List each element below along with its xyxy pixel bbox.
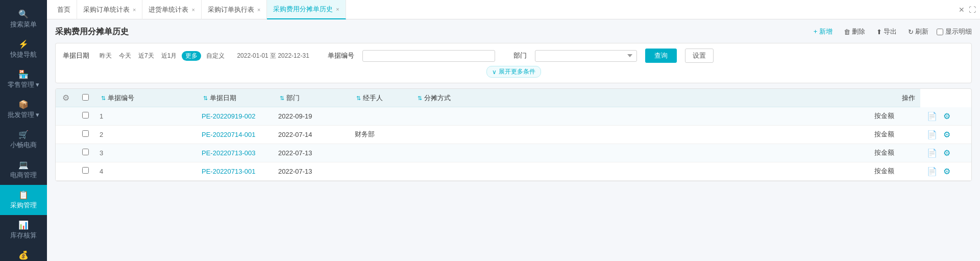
table-row: 4 PE-20220713-001 2022-07-13 按金额 📄 ⚙ bbox=[56, 162, 971, 180]
edit-icon[interactable]: 📄 bbox=[925, 111, 939, 122]
maximize-icon[interactable]: ⛶ bbox=[969, 6, 976, 14]
row-checkbox[interactable] bbox=[82, 112, 89, 118]
chevron-down-icon: ∨ bbox=[492, 68, 497, 76]
more-icon[interactable]: ⚙ bbox=[942, 111, 952, 122]
sidebar-item-零售管理[interactable]: 🏪零售管理 ▾ bbox=[0, 64, 47, 94]
tab-close-icon[interactable]: × bbox=[257, 7, 260, 13]
date-chip-more[interactable]: 更多 bbox=[182, 51, 201, 61]
col-split-header: ⇅ 分摊方式 bbox=[411, 89, 869, 107]
export-button[interactable]: ⬆ 导出 bbox=[873, 26, 900, 38]
sort-icon[interactable]: ⇅ bbox=[101, 95, 106, 101]
sidebar-item-库存核算[interactable]: 📊库存核算 bbox=[0, 215, 47, 245]
more-icon[interactable]: ⚙ bbox=[942, 166, 952, 177]
tab-采购订单统计表[interactable]: 采购订单统计表× bbox=[77, 0, 142, 19]
sidebar-item-采购管理[interactable]: 📋采购管理 bbox=[0, 185, 47, 215]
row-check-cell bbox=[76, 162, 94, 180]
table-settings-icon[interactable]: ⚙ bbox=[62, 93, 69, 102]
table-row: 1 PE-20220919-002 2022-09-19 按金额 📄 ⚙ bbox=[56, 107, 971, 126]
delete-icon: 🗑 bbox=[844, 28, 850, 36]
sidebar-label: 零售管理 ▾ bbox=[8, 81, 40, 88]
docno-label: 单据编号 bbox=[328, 51, 354, 60]
sidebar-item-批发管理[interactable]: 📦批发管理 ▾ bbox=[0, 94, 47, 125]
sort-icon-dept[interactable]: ⇅ bbox=[280, 95, 284, 101]
sort-icon-handler[interactable]: ⇅ bbox=[356, 95, 361, 101]
sidebar-item-资金管理[interactable]: 💰资金管理 bbox=[0, 245, 47, 261]
query-button[interactable]: 查询 bbox=[645, 49, 677, 63]
sidebar-item-快捷导航[interactable]: ⚡快捷导航 bbox=[0, 34, 47, 64]
delete-button[interactable]: 🗑 删除 bbox=[841, 26, 868, 38]
sidebar-label: 采购管理 bbox=[10, 201, 37, 209]
sort-icon-split[interactable]: ⇅ bbox=[418, 95, 422, 101]
edit-icon[interactable]: 📄 bbox=[925, 166, 939, 177]
row-action-cell: 📄 ⚙ bbox=[920, 107, 971, 126]
sidebar-item-搜索菜单[interactable]: 🔍搜索菜单 bbox=[0, 4, 47, 34]
tab-首页[interactable]: 首页 bbox=[51, 0, 77, 19]
col-gear-header: ⚙ bbox=[56, 89, 76, 107]
tab-采购费用分摊单历史[interactable]: 采购费用分摊单历史× bbox=[267, 0, 346, 19]
show-columns-checkbox[interactable]: 显示明细 bbox=[937, 27, 972, 36]
add-button[interactable]: + 新增 bbox=[811, 26, 836, 38]
tab-close-icon[interactable]: × bbox=[336, 6, 339, 12]
row-docno-cell: PE-20220713-001 bbox=[197, 162, 273, 180]
sidebar-item-小畅电商[interactable]: 🛒小畅电商 bbox=[0, 125, 47, 155]
date-chip-today[interactable]: 今天 bbox=[117, 51, 133, 61]
row-action-cell: 📄 ⚙ bbox=[920, 125, 971, 144]
sidebar-icon: ⚡ bbox=[0, 39, 47, 49]
row-dept-cell bbox=[350, 162, 411, 180]
row-checkbox[interactable] bbox=[82, 167, 89, 174]
header-actions: + 新增 🗑 删除 ⬆ 导出 ↻ 刷新 显示明细 bbox=[811, 26, 972, 38]
row-gear-cell bbox=[56, 144, 76, 162]
sidebar-label: 批发管理 ▾ bbox=[8, 111, 40, 118]
close-all-icon[interactable]: ✕ bbox=[959, 6, 965, 14]
sidebar-item-电商管理[interactable]: 💻电商管理 bbox=[0, 155, 47, 185]
sidebar-icon: 📊 bbox=[0, 220, 47, 230]
tab-进货单统计表[interactable]: 进货单统计表× bbox=[142, 0, 201, 19]
row-checkbox[interactable] bbox=[82, 149, 89, 155]
tab-close-icon[interactable]: × bbox=[133, 7, 136, 13]
row-handler-cell bbox=[411, 144, 869, 162]
date-chip-7days[interactable]: 近7天 bbox=[136, 51, 156, 61]
row-dept-cell bbox=[350, 144, 411, 162]
tab-bar: 首页采购订单统计表×进货单统计表×采购订单执行表×采购费用分摊单历史×✕⛶ bbox=[47, 0, 980, 19]
date-range-text: 2022-01-01 至 2022-12-31 bbox=[237, 52, 309, 60]
date-chip-1month[interactable]: 近1月 bbox=[159, 51, 179, 61]
doc-link[interactable]: PE-20220919-002 bbox=[202, 112, 256, 120]
row-dept-cell bbox=[350, 107, 411, 126]
expand-more-button[interactable]: ∨ 展开更多条件 bbox=[486, 66, 541, 78]
more-icon[interactable]: ⚙ bbox=[942, 148, 952, 158]
docno-input[interactable] bbox=[362, 50, 495, 62]
tab-close-icon[interactable]: × bbox=[191, 7, 194, 13]
filter-bar: 单据日期 昨天 今天 近7天 近1月 更多 自定义 2022-01-01 至 2… bbox=[55, 43, 972, 83]
sort-icon-date[interactable]: ⇅ bbox=[203, 95, 208, 101]
doc-link[interactable]: PE-20220713-001 bbox=[202, 168, 256, 175]
doc-link[interactable]: PE-20220714-001 bbox=[202, 131, 256, 138]
row-handler-cell bbox=[411, 162, 869, 180]
table: ⚙ ⇅ 单据编号 ⇅ 单据日期 bbox=[56, 89, 971, 181]
col-action-header: 操作 bbox=[869, 89, 920, 107]
sidebar-icon: 🛒 bbox=[0, 130, 47, 139]
row-check-cell bbox=[76, 107, 94, 126]
dept-select[interactable]: 财务部 bbox=[535, 50, 637, 62]
col-handler-header: ⇅ 经手人 bbox=[350, 89, 411, 107]
edit-icon[interactable]: 📄 bbox=[925, 129, 939, 140]
more-icon[interactable]: ⚙ bbox=[942, 129, 952, 140]
settings-button[interactable]: 设置 bbox=[685, 49, 714, 63]
tab-label: 进货单统计表 bbox=[149, 5, 188, 14]
row-docno-cell: PE-20220919-002 bbox=[197, 107, 273, 126]
row-check-cell bbox=[76, 144, 94, 162]
data-table: ⚙ ⇅ 单据编号 ⇅ 单据日期 bbox=[55, 88, 972, 181]
refresh-button[interactable]: ↻ 刷新 bbox=[905, 26, 932, 38]
sidebar-label: 电商管理 bbox=[10, 171, 37, 179]
date-chip-custom[interactable]: 自定义 bbox=[204, 51, 227, 61]
date-chip-yesterday[interactable]: 昨天 bbox=[97, 51, 114, 61]
doc-link[interactable]: PE-20220713-003 bbox=[202, 149, 256, 157]
row-checkbox[interactable] bbox=[82, 130, 89, 137]
select-all-checkbox[interactable] bbox=[82, 94, 89, 101]
sidebar: 🔍搜索菜单⚡快捷导航🏪零售管理 ▾📦批发管理 ▾🛒小畅电商💻电商管理📋采购管理📊… bbox=[0, 0, 47, 261]
tab-label: 首页 bbox=[57, 5, 70, 14]
show-columns-input[interactable] bbox=[937, 29, 943, 35]
sidebar-icon: 💻 bbox=[0, 160, 47, 170]
tab-采购订单执行表[interactable]: 采购订单执行表× bbox=[202, 0, 267, 19]
row-check-cell bbox=[76, 125, 94, 144]
edit-icon[interactable]: 📄 bbox=[925, 148, 939, 158]
